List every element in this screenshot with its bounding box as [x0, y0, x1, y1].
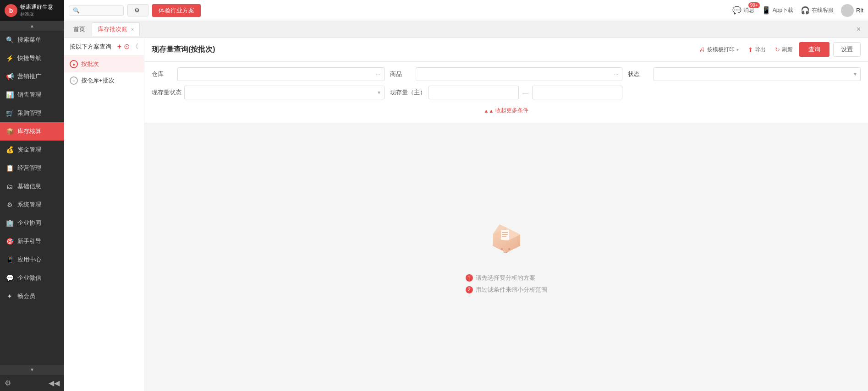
- user-avatar: [841, 4, 854, 17]
- filter-warehouse: 仓库 ···: [152, 67, 385, 81]
- empty-state: 1 请先选择要分析的方案 2 用过滤条件来缩小分析范围: [144, 123, 868, 391]
- sidebar: b 畅康通好生意 标准版 ▲ 🔍 搜索菜单 ⚡ 快捷导航 📢 营销推广 📊 销售…: [0, 0, 64, 391]
- left-panel: 按以下方案查询 + ⊙ 《 ● 按批次 ○ 按仓库+批次: [64, 38, 144, 391]
- tip-num-2: 2: [466, 286, 473, 293]
- online-service-btn[interactable]: 🎧 在线客服: [801, 6, 834, 15]
- sidebar-scroll-up[interactable]: ▲: [0, 21, 64, 31]
- sidebar-item-purchase[interactable]: 🛒 采购管理: [0, 104, 64, 122]
- inventory-status-select[interactable]: ▾: [184, 86, 385, 99]
- filter-row-2: 现存量状态 ▾ 现存量（主） —: [152, 86, 861, 99]
- sidebar-item-label: 经营管理: [17, 164, 41, 172]
- sidebar-item-search[interactable]: 🔍 搜索菜单: [0, 31, 64, 49]
- settings-button[interactable]: 设置: [833, 42, 861, 57]
- plan-item-by-batch[interactable]: ● 按批次: [64, 56, 144, 72]
- sidebar-item-inventory[interactable]: 📦 库存核算: [0, 122, 64, 141]
- system-icon: ⚙: [5, 201, 14, 209]
- sidebar-item-label: 采购管理: [17, 109, 41, 117]
- plan-item-by-warehouse-batch[interactable]: ○ 按仓库+批次: [64, 72, 144, 89]
- sidebar-item-member[interactable]: ✦ 畅会员: [0, 287, 64, 305]
- plan-label: 按批次: [81, 60, 99, 68]
- settings-footer-icon[interactable]: ⚙: [5, 379, 11, 387]
- quicknav-icon: ⚡: [5, 54, 14, 62]
- status-select[interactable]: ▾: [654, 67, 861, 81]
- right-main: 现存量查询(按批次) 🖨 按模板打印 ▾ ⬆ 导出 ↻ 刷新: [144, 38, 868, 391]
- tab-home[interactable]: 首页: [68, 22, 91, 36]
- export-icon: ⬆: [748, 46, 753, 53]
- tabs-bar: 首页 库存批次账 × ×: [64, 21, 868, 38]
- left-panel-actions: + ⊙ 《: [117, 42, 138, 51]
- warehouse-input[interactable]: ···: [177, 67, 385, 81]
- plan-settings-btn[interactable]: ⊙: [124, 42, 130, 51]
- app-download-label: App下载: [773, 6, 793, 14]
- export-btn[interactable]: ⬆ 导出: [745, 44, 769, 55]
- headset-icon: 🎧: [801, 6, 810, 15]
- sidebar-item-quicknav[interactable]: ⚡ 快捷导航: [0, 49, 64, 67]
- main-area: 🔍 ⚙ 体验行业方案 💬 消息 99+ 📱 App下载 🎧 在线客服: [64, 0, 868, 391]
- product-label: 商品: [390, 70, 413, 78]
- sidebar-item-label: 快捷导航: [17, 54, 41, 62]
- sidebar-item-enterprise[interactable]: 🏢 企业协同: [0, 214, 64, 232]
- sidebar-scroll-down[interactable]: ▼: [0, 365, 64, 375]
- appcenter-icon: 📱: [5, 255, 14, 264]
- app-download-btn[interactable]: 📱 App下载: [762, 6, 793, 15]
- qty-range-from[interactable]: [429, 86, 519, 99]
- topbar-left: 🔍 ⚙ 体验行业方案: [69, 4, 729, 17]
- sidebar-item-wechat[interactable]: 💬 企业微信: [0, 269, 64, 287]
- collapse-sidebar-icon[interactable]: ◀◀: [49, 379, 60, 387]
- inventory-icon: 📦: [5, 127, 14, 136]
- filter-inventory-qty: 现存量（主） —: [390, 86, 623, 99]
- tab-inventory-batch[interactable]: 库存批次账 ×: [92, 22, 140, 36]
- online-service-label: 在线客服: [812, 6, 834, 14]
- sidebar-item-marketing[interactable]: 📢 营销推广: [0, 67, 64, 86]
- svg-point-8: [508, 248, 510, 250]
- tip-text-2: 用过滤条件来缩小分析范围: [476, 286, 547, 294]
- print-btn[interactable]: 🖨 按模板打印 ▾: [697, 44, 742, 55]
- experience-btn[interactable]: 体验行业方案: [152, 4, 201, 17]
- qty-range-to[interactable]: [532, 86, 622, 99]
- marketing-icon: 📢: [5, 72, 14, 81]
- sidebar-item-sales[interactable]: 📊 销售管理: [0, 86, 64, 104]
- enterprise-icon: 🏢: [5, 219, 14, 227]
- topbar-settings-btn[interactable]: ⚙: [127, 4, 148, 16]
- purchase-icon: 🛒: [5, 109, 14, 117]
- gear-icon: ⚙: [134, 7, 140, 14]
- left-panel-header: 按以下方案查询 + ⊙ 《: [64, 38, 144, 56]
- print-dropdown-icon[interactable]: ▾: [736, 47, 739, 52]
- sidebar-item-newguide[interactable]: 🎯 新手引导: [0, 232, 64, 250]
- product-input[interactable]: ···: [416, 67, 623, 81]
- newguide-icon: 🎯: [5, 237, 14, 245]
- message-icon: 💬: [732, 6, 742, 15]
- logo-char: b: [9, 7, 13, 14]
- app-subtitle: 标准版: [20, 11, 53, 17]
- collapse-panel-btn[interactable]: 《: [132, 43, 138, 51]
- plan-radio-active: ●: [70, 60, 78, 68]
- finance-icon: 💰: [5, 146, 14, 154]
- sidebar-item-system[interactable]: ⚙ 系统管理: [0, 196, 64, 214]
- user-profile-btn[interactable]: Rit: [841, 4, 863, 17]
- collapse-more-btn[interactable]: ▲▲ 收起更多条件: [152, 104, 861, 117]
- user-name: Rit: [856, 7, 863, 14]
- query-button[interactable]: 查询: [799, 42, 830, 57]
- topbar-search-input[interactable]: [82, 7, 118, 14]
- messages-badge: 99+: [748, 2, 760, 8]
- refresh-btn[interactable]: ↻ 刷新: [772, 44, 796, 55]
- tab-close-btn[interactable]: ×: [131, 27, 134, 32]
- sidebar-item-finance[interactable]: 💰 资金管理: [0, 141, 64, 159]
- topbar-search-box[interactable]: 🔍: [69, 5, 124, 16]
- tab-panel-close-btn[interactable]: ×: [853, 25, 864, 33]
- member-icon: ✦: [5, 292, 14, 300]
- sidebar-item-label: 销售管理: [17, 91, 41, 99]
- sidebar-item-basic[interactable]: 🗂 基础信息: [0, 177, 64, 196]
- filter-status: 状态 ▾: [628, 67, 861, 81]
- sidebar-item-operation[interactable]: 📋 经营管理: [0, 159, 64, 177]
- sidebar-item-appcenter[interactable]: 📱 应用中心: [0, 250, 64, 269]
- empty-illustration: [483, 221, 529, 266]
- basic-icon: 🗂: [5, 182, 14, 190]
- page-title: 现存量查询(按批次): [152, 45, 215, 54]
- svg-rect-3: [501, 230, 509, 240]
- add-plan-btn[interactable]: +: [117, 43, 121, 51]
- tip-text-1: 请先选择要分析的方案: [476, 274, 535, 282]
- filter-area: 仓库 ··· 商品 ··· 状态: [144, 62, 868, 123]
- wechat-icon: 💬: [5, 274, 14, 282]
- messages-btn[interactable]: 💬 消息 99+: [732, 6, 754, 15]
